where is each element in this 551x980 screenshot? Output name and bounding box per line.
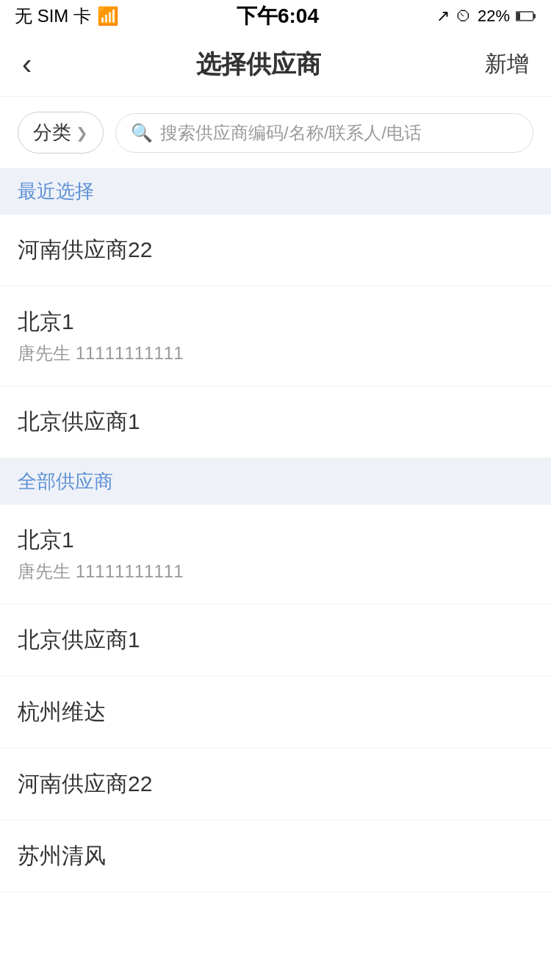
item-name: 杭州维达 xyxy=(18,697,533,727)
filter-bar: 分类 ❯ 🔍 搜索供应商编码/名称/联系人/电话 xyxy=(0,97,551,168)
page-title: 选择供应商 xyxy=(196,48,321,82)
item-detail: 唐先生 11111111111 xyxy=(18,342,533,365)
item-detail: 唐先生 11111111111 xyxy=(18,560,533,583)
svg-rect-1 xyxy=(516,12,520,20)
alarm-icon: ⏲ xyxy=(455,7,472,26)
battery-icon xyxy=(516,7,536,26)
status-right: ↗ ⏲ 22% xyxy=(436,7,536,26)
search-icon: 🔍 xyxy=(131,123,153,143)
wifi-icon: 📶 xyxy=(97,6,119,26)
item-name: 北京1 xyxy=(18,525,533,555)
category-button[interactable]: 分类 ❯ xyxy=(18,112,104,154)
list-item[interactable]: 苏州清风 xyxy=(0,821,551,893)
item-name: 河南供应商22 xyxy=(18,235,533,265)
item-name: 北京1 xyxy=(18,307,533,337)
svg-rect-2 xyxy=(533,14,536,18)
all-list: 北京1唐先生 11111111111北京供应商1杭州维达河南供应商22苏州清风 xyxy=(0,505,551,893)
all-section-header: 全部供应商 xyxy=(0,458,551,505)
search-input[interactable]: 🔍 搜索供应商编码/名称/联系人/电话 xyxy=(115,113,533,153)
recent-section-header: 最近选择 xyxy=(0,168,551,215)
status-bar: 无 SIM 卡 📶 下午6:04 ↗ ⏲ 22% xyxy=(0,0,551,32)
back-button[interactable]: ‹ xyxy=(22,48,32,81)
recent-list: 河南供应商22北京1唐先生 11111111111北京供应商1 xyxy=(0,215,551,458)
list-item[interactable]: 北京1唐先生 11111111111 xyxy=(0,287,551,386)
list-item[interactable]: 北京供应商1 xyxy=(0,386,551,458)
list-item[interactable]: 河南供应商22 xyxy=(0,749,551,821)
item-name: 北京供应商1 xyxy=(18,625,533,655)
battery-text: 22% xyxy=(478,7,510,26)
list-item[interactable]: 北京1唐先生 11111111111 xyxy=(0,505,551,605)
location-icon: ↗ xyxy=(436,7,450,26)
item-name: 北京供应商1 xyxy=(18,407,533,437)
no-sim-text: 无 SIM 卡 xyxy=(15,4,91,28)
item-name: 河南供应商22 xyxy=(18,769,533,799)
category-label: 分类 xyxy=(33,120,71,145)
list-item[interactable]: 北京供应商1 xyxy=(0,605,551,677)
chevron-right-icon: ❯ xyxy=(76,124,88,142)
add-button[interactable]: 新增 xyxy=(485,49,529,79)
item-name: 苏州清风 xyxy=(18,841,533,871)
list-item[interactable]: 杭州维达 xyxy=(0,677,551,749)
list-item[interactable]: 河南供应商22 xyxy=(0,215,551,287)
status-time: 下午6:04 xyxy=(237,2,319,30)
nav-bar: ‹ 选择供应商 新增 xyxy=(0,32,551,97)
status-left: 无 SIM 卡 📶 xyxy=(15,4,119,28)
search-placeholder: 搜索供应商编码/名称/联系人/电话 xyxy=(160,121,422,145)
